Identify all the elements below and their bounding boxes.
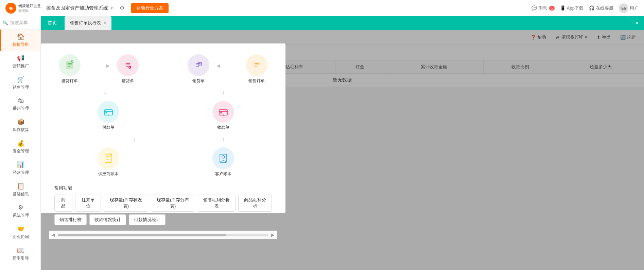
down-arrow-sales: ↓	[208, 89, 239, 95]
sidebar-item-sales[interactable]: 🛒 销售管理	[0, 72, 40, 94]
guide-icon: 📖	[17, 247, 24, 254]
svg-text:畅: 畅	[9, 6, 13, 10]
sidebar-item-basic-info[interactable]: 📋 基础信息	[0, 179, 40, 200]
supplier-account-circle[interactable]	[98, 147, 119, 169]
tab-close-icon[interactable]: ×	[104, 21, 106, 25]
finance-icon: 💰	[17, 140, 24, 147]
tab-sales-execution[interactable]: 销售订单执行表 ×	[65, 16, 111, 30]
logo-icon: 畅	[5, 3, 16, 14]
trial-button[interactable]: 体验行业方案	[131, 3, 169, 13]
svg-text:✓: ✓	[129, 66, 131, 69]
sidebar-item-guide[interactable]: 📖 新手引导	[0, 243, 40, 265]
receipt-circle[interactable]: ¥	[212, 101, 234, 123]
func-btn-销售毛利分析表[interactable]: 销售毛利分析表	[198, 195, 236, 212]
down-arrow-payment: ↓	[119, 136, 150, 142]
sales-order-label: 销售订单	[248, 78, 265, 84]
sidebar-item-enterprise[interactable]: 🤝 企业协同	[0, 222, 40, 243]
flow-node-customer-account: 客户账本	[208, 147, 239, 177]
flow-node-supplier-account: 供应商账本	[93, 147, 124, 177]
common-functions: 常用功能 商品往来单位现存量(库存状况表)现存量(库存分布表)销售毛利分析表商品…	[49, 180, 277, 231]
purchase-bill-circle[interactable]: ✓	[117, 54, 139, 76]
scrollbar-hint: ◀ ▶	[49, 231, 277, 239]
message-item[interactable]: 💬 消息 5	[532, 5, 555, 11]
sales-icon: 🛒	[17, 76, 24, 83]
scrollbar-track	[58, 234, 268, 236]
flow-diagram: 进货订单 - - - - - - ▶ ✓	[49, 52, 277, 180]
arrow-purchase-order-to-bill: - - - - - - ▶	[88, 63, 110, 68]
user-item[interactable]: Ea 用户	[619, 3, 639, 13]
func-buttons: 商品往来单位现存量(库存状况表)现存量(库存分布表)销售毛利分析表商品毛利分析销…	[54, 195, 272, 225]
flow-row-arrows-down-2: ↓ ↓	[54, 136, 272, 142]
tab-bar-close-icon[interactable]: ×	[630, 20, 644, 26]
func-btn-往来单位[interactable]: 往来单位	[75, 195, 101, 212]
marketing-icon: 📢	[17, 54, 24, 62]
common-functions-title: 常用功能	[54, 185, 272, 191]
sales-bill-circle[interactable]	[188, 54, 209, 76]
modal-overlay: 进货订单 - - - - - - ▶ ✓	[41, 30, 644, 270]
sidebar-search[interactable]: 🔍 搜索菜单	[0, 16, 40, 30]
avatar: Ea	[619, 3, 628, 13]
basic-info-icon: 📋	[17, 182, 24, 190]
svg-rect-2	[66, 61, 73, 69]
system-icon: ⚙	[18, 204, 23, 211]
func-btn-收款情况统计[interactable]: 收款情况统计	[89, 214, 126, 225]
purchase-icon: 🛍	[18, 97, 24, 104]
scroll-right-arrow[interactable]: ▶	[271, 232, 275, 237]
logo-area: 畅 畅康通好生意 标准版	[5, 3, 46, 14]
sidebar-item-marketing[interactable]: 📢 营销推广	[0, 51, 40, 72]
sidebar-item-inventory[interactable]: 📦 库存核算	[0, 115, 40, 136]
svg-text:¥: ¥	[108, 114, 109, 116]
inventory-icon: 📦	[17, 118, 24, 126]
enterprise-icon: 🤝	[17, 225, 24, 233]
sales-order-circle[interactable]	[246, 54, 267, 76]
sales-bill-label: 销货单	[192, 78, 205, 84]
func-btn-销售排行榜[interactable]: 销售排行榜	[54, 214, 87, 225]
message-icon: 💬	[532, 5, 537, 11]
down-arrow-purchase: ↓	[90, 89, 120, 95]
system-title-area: 装备及固定资产辅助管理系统 ▾ ⚙ 体验行业方案	[46, 3, 532, 13]
svg-text:¥: ¥	[223, 114, 224, 116]
flow-node-purchase-bill: ✓ 进货单	[112, 54, 143, 84]
sidebar-item-system[interactable]: ⚙ 系统管理	[0, 200, 40, 222]
content-area: ❓ 帮助 🖨 按模板打印 ▾ ⬆ 导出 🔄 刷新	[41, 30, 644, 270]
modal-box: 进货订单 - - - - - - ▶ ✓	[41, 43, 285, 213]
arrow-sales-order-to-bill: ◀ - - - - - -	[216, 63, 239, 68]
online-service-item[interactable]: 🎧 在线客服	[589, 5, 613, 11]
customer-account-circle[interactable]	[212, 147, 234, 169]
func-btn-商品毛利分析[interactable]: 商品毛利分析	[238, 195, 272, 212]
sidebar-item-purchase[interactable]: 🛍 采购管理	[0, 94, 40, 115]
func-btn-现存量(库存状况表)[interactable]: 现存量(库存状况表)	[104, 195, 148, 212]
operation-icon: 📊	[17, 161, 24, 168]
sidebar-item-operation[interactable]: 📊 经营管理	[0, 158, 40, 179]
system-dropdown-arrow[interactable]: ▾	[111, 6, 113, 11]
settings-icon[interactable]: ⚙	[120, 5, 124, 11]
headset-icon: 🎧	[589, 5, 594, 11]
svg-rect-28	[220, 112, 222, 113]
app-icon: 📱	[560, 5, 565, 11]
scroll-left-arrow[interactable]: ◀	[52, 232, 55, 237]
purchase-order-circle[interactable]	[59, 54, 81, 76]
sidebar-item-finance[interactable]: 💰 资金管理	[0, 136, 40, 158]
app-download-item[interactable]: 📱 App下载	[560, 5, 584, 11]
func-btn-现存量(库存分布表)[interactable]: 现存量(库存分布表)	[151, 195, 195, 212]
flow-row-3: 供应商账本 客户账本	[54, 147, 272, 177]
supplier-account-label: 供应商账本	[98, 171, 119, 177]
logo-text: 畅康通好生意 标准版	[18, 3, 41, 13]
flow-row-1: 进货订单 - - - - - - ▶ ✓	[54, 54, 272, 84]
payment-circle[interactable]: ¥	[98, 101, 119, 123]
home-icon: 🏠	[17, 33, 24, 40]
main-layout: 🔍 搜索菜单 🏠 快捷导航 📢 营销推广 🛒 销售管理 🛍 采购管理 📦 库存核…	[0, 16, 644, 270]
flow-node-sales-bill: 销货单	[183, 54, 214, 84]
flow-row-2: ¥ 付款单 ¥ 收款单	[54, 101, 272, 130]
svg-rect-24	[105, 112, 107, 113]
message-badge: 5	[549, 6, 555, 11]
top-header: 畅 畅康通好生意 标准版 装备及固定资产辅助管理系统 ▾ ⚙ 体验行业方案 💬 …	[0, 0, 644, 16]
payment-label: 付款单	[102, 125, 115, 130]
func-btn-商品[interactable]: 商品	[54, 195, 72, 212]
search-icon: 🔍	[3, 20, 8, 25]
scrollbar-thumb	[58, 234, 226, 236]
tab-home[interactable]: 首页	[41, 16, 64, 30]
purchase-order-label: 进货订单	[62, 78, 78, 84]
func-btn-付款情况统计[interactable]: 付款情况统计	[129, 214, 166, 225]
sidebar-item-quick-nav[interactable]: 🏠 快捷导航	[0, 30, 40, 51]
